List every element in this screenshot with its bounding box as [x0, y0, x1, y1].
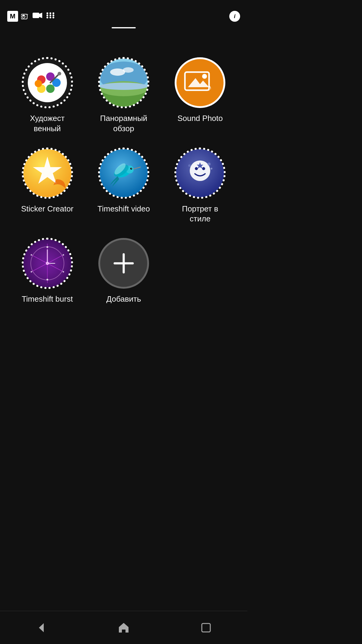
svg-point-11 — [52, 14, 54, 16]
timeshift-burst-label: Timeshift burst — [22, 294, 73, 304]
app-item-portrait[interactable]: Портрет встиле — [162, 143, 238, 233]
svg-point-13 — [49, 17, 51, 18]
recent-button[interactable] — [194, 616, 218, 640]
svg-point-27 — [123, 67, 134, 73]
svg-point-71 — [46, 279, 48, 281]
app-grid: Художественный П — [0, 34, 247, 325]
svg-point-8 — [52, 12, 54, 14]
camera-plus-icon[interactable]: + — [21, 13, 30, 20]
timeshift-video-icon — [100, 149, 148, 197]
svg-point-21 — [35, 80, 42, 87]
back-button[interactable] — [29, 616, 53, 640]
svg-point-10 — [49, 14, 51, 16]
svg-rect-78 — [202, 623, 210, 632]
add-label: Добавить — [106, 294, 141, 304]
svg-point-33 — [202, 74, 207, 79]
portrait-icon — [176, 149, 224, 197]
sound-photo-label: Sound Photo — [177, 113, 223, 124]
app-item-panorama[interactable]: Панорамныйобзор — [85, 52, 162, 143]
portrait-label: Портрет встиле — [182, 204, 218, 224]
home-button[interactable] — [112, 616, 136, 640]
sound-photo-icon: ♪ — [183, 69, 217, 96]
svg-point-30 — [100, 83, 148, 90]
svg-point-15 — [28, 63, 67, 102]
sticker-creator-label: Sticker Creator — [21, 204, 73, 214]
svg-point-53 — [208, 163, 211, 166]
svg-text:♪: ♪ — [207, 82, 212, 93]
top-bar: M + — [0, 0, 247, 27]
bottom-nav — [0, 611, 247, 644]
svg-point-23 — [58, 72, 61, 75]
svg-point-51 — [202, 167, 205, 170]
svg-point-68 — [46, 246, 48, 248]
svg-text:+: + — [27, 13, 28, 16]
video-icon[interactable] — [33, 12, 43, 21]
m-icon[interactable]: M — [7, 11, 18, 22]
svg-point-14 — [52, 17, 54, 18]
app-item-timeshift-burst[interactable]: Timeshift burst — [9, 233, 85, 313]
svg-point-72 — [30, 271, 32, 273]
svg-point-6 — [46, 12, 48, 14]
app-item-artistic[interactable]: Художественный — [9, 52, 85, 143]
panorama-icon — [100, 59, 148, 107]
svg-point-9 — [46, 14, 48, 16]
grid-icon[interactable] — [46, 12, 55, 21]
artistic-label: Художественный — [30, 113, 65, 134]
svg-point-73 — [30, 254, 32, 256]
info-icon[interactable]: i — [229, 11, 240, 22]
svg-point-12 — [46, 17, 48, 18]
add-icon — [113, 253, 134, 274]
panorama-label: Панорамныйобзор — [100, 113, 147, 134]
svg-point-69 — [62, 254, 64, 256]
tab-indicator — [112, 27, 136, 28]
svg-point-54 — [211, 168, 212, 170]
timeshift-burst-icon — [23, 239, 71, 287]
sticker-icon — [23, 149, 71, 197]
svg-marker-77 — [119, 623, 129, 633]
app-item-sticker-creator[interactable]: Sticker Creator — [9, 143, 85, 233]
top-bar-left: M + — [7, 11, 55, 22]
svg-marker-32 — [188, 78, 209, 87]
timeshift-video-label: Timeshift video — [97, 204, 150, 214]
svg-point-42 — [130, 168, 132, 170]
svg-rect-4 — [33, 13, 39, 18]
svg-marker-5 — [39, 13, 42, 18]
artistic-icon — [28, 63, 67, 102]
svg-point-55 — [188, 164, 191, 167]
app-item-timeshift-video[interactable]: Timeshift video — [85, 143, 162, 233]
app-item-add[interactable]: Добавить — [85, 233, 162, 313]
svg-point-50 — [195, 167, 198, 170]
svg-marker-76 — [39, 623, 44, 632]
svg-point-43 — [131, 168, 132, 169]
svg-point-19 — [46, 84, 55, 93]
svg-point-70 — [62, 271, 64, 273]
svg-point-7 — [49, 12, 51, 14]
app-item-sound-photo[interactable]: ♪ Sound Photo — [162, 52, 238, 143]
